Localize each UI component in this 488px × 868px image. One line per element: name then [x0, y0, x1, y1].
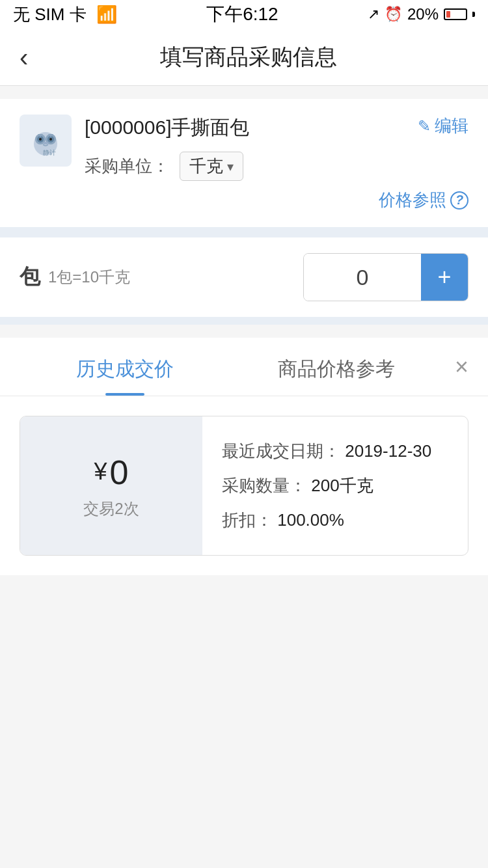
svg-text:静计: 静计	[43, 149, 56, 156]
recent-date-row: 最近成交日期： 2019-12-30	[222, 440, 448, 463]
conversion-note: 1包=10千克	[48, 267, 130, 288]
purchase-qty-value: 200千克	[311, 476, 373, 495]
status-left: 无 SIM 卡 📶	[13, 3, 117, 26]
page-title: 填写商品采购信息	[28, 42, 468, 72]
svg-point-6	[49, 138, 52, 141]
price-card-left: ¥ 0 交易2次	[20, 416, 202, 555]
section-divider	[0, 227, 488, 237]
product-bottom: 价格参照 ?	[20, 189, 468, 211]
recent-date-value: 2019-12-30	[345, 441, 431, 461]
edit-button[interactable]: ✎ 编辑	[418, 115, 468, 137]
edit-icon: ✎	[418, 117, 431, 135]
unit-badge: 包	[20, 263, 40, 292]
product-name: [0000006]手撕面包	[85, 115, 249, 141]
product-card: 静计 [0000006]手撕面包 采购单位： 千克 ▾ ✎ 编辑 价格参照	[0, 99, 488, 227]
discount-label: 折扣：	[222, 510, 273, 530]
status-time: 下午6:12	[206, 2, 278, 27]
tabs-divider	[0, 317, 488, 325]
svg-point-7	[43, 142, 48, 144]
tab-history-price[interactable]: 历史成交价	[20, 338, 230, 396]
alarm-icon: ⏰	[385, 6, 402, 23]
product-unit-row: 采购单位： 千克 ▾	[85, 152, 249, 181]
price-card: ¥ 0 交易2次 最近成交日期： 2019-12-30 采购数量： 200千克 …	[20, 416, 468, 556]
unit-value: 千克	[189, 155, 223, 178]
price-amount: 0	[110, 453, 129, 492]
product-info: [0000006]手撕面包 采购单位： 千克 ▾	[85, 115, 249, 181]
price-value: ¥ 0	[94, 453, 129, 492]
purchase-qty-label: 采购数量：	[222, 476, 306, 495]
tabs-close-button[interactable]: ×	[442, 342, 468, 392]
quantity-plus-button[interactable]: +	[421, 254, 468, 301]
discount-value: 100.00%	[277, 510, 344, 530]
quantity-input-group: +	[303, 253, 468, 301]
currency-symbol: ¥	[94, 458, 107, 485]
status-bar: 无 SIM 卡 📶 下午6:12 ↗ ⏰ 20%	[0, 0, 488, 29]
tabs-panel: 历史成交价 商品价格参考 × ¥ 0 交易2次 最近成交日期： 2019-12-…	[0, 338, 488, 575]
tab-content: ¥ 0 交易2次 最近成交日期： 2019-12-30 采购数量： 200千克 …	[0, 396, 488, 575]
unit-select[interactable]: 千克 ▾	[180, 152, 243, 181]
product-logo: 静计	[26, 121, 65, 160]
unit-label: 采购单位：	[85, 155, 169, 178]
purchase-qty-row: 采购数量： 200千克	[222, 474, 448, 497]
price-ref-label: 价格参照	[379, 189, 446, 211]
quantity-row: 包 1包=10千克 +	[0, 237, 488, 317]
product-thumbnail: 静计	[20, 115, 72, 167]
page-rest	[0, 575, 488, 868]
trade-count: 交易2次	[83, 498, 139, 519]
recent-date-label: 最近成交日期：	[222, 441, 340, 461]
edit-label: 编辑	[435, 115, 468, 137]
sim-status: 无 SIM 卡	[13, 5, 87, 24]
quantity-label: 包 1包=10千克	[20, 263, 130, 292]
battery-percent: 20%	[407, 5, 439, 23]
battery-icon	[444, 8, 467, 20]
price-ref-button[interactable]: 价格参照 ?	[379, 189, 468, 211]
battery-tip	[472, 12, 475, 17]
quantity-input[interactable]	[304, 254, 421, 301]
gps-icon: ↗	[368, 6, 379, 23]
wifi-icon: 📶	[96, 5, 117, 24]
product-left: 静计 [0000006]手撕面包 采购单位： 千克 ▾	[20, 115, 249, 181]
tab-product-price-ref[interactable]: 商品价格参考	[230, 338, 441, 396]
info-icon: ?	[450, 191, 468, 210]
discount-row: 折扣： 100.00%	[222, 509, 448, 532]
tabs-header: 历史成交价 商品价格参考 ×	[0, 338, 488, 396]
chevron-down-icon: ▾	[227, 159, 234, 174]
svg-point-5	[39, 138, 42, 141]
price-card-right: 最近成交日期： 2019-12-30 采购数量： 200千克 折扣： 100.0…	[202, 416, 468, 555]
nav-bar: ‹ 填写商品采购信息	[0, 29, 488, 86]
back-button[interactable]: ‹	[20, 44, 28, 70]
status-right: ↗ ⏰ 20%	[368, 5, 475, 23]
product-header: 静计 [0000006]手撕面包 采购单位： 千克 ▾ ✎ 编辑	[20, 115, 468, 181]
